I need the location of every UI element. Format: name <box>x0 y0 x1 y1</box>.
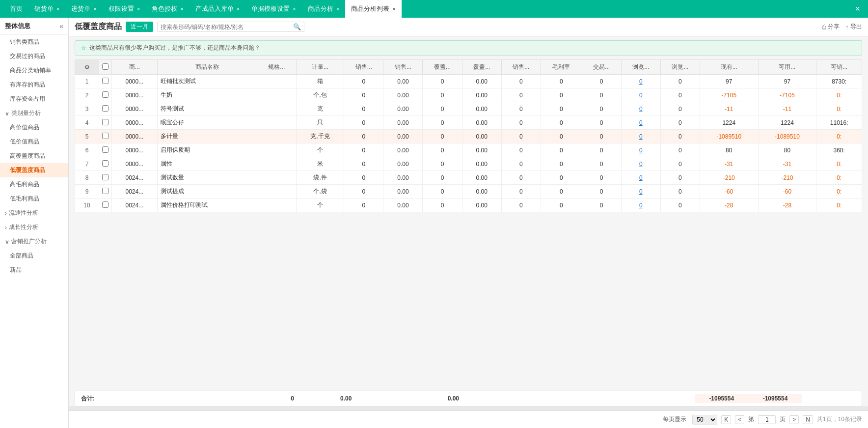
row-browse-link[interactable]: 0 <box>621 157 660 171</box>
sidebar: 整体信息 « 销售类商品 交易过的商品 商品分类动销率 有库存的商品 库存资金占… <box>0 18 69 428</box>
sidebar-item-category-rate[interactable]: 商品分类动销率 <box>0 63 68 78</box>
per-page-select[interactable]: 50 20 100 <box>692 415 717 425</box>
column-settings[interactable]: ⚙ <box>75 60 99 75</box>
close-icon[interactable]: × <box>137 6 140 12</box>
sidebar-item-low-margin[interactable]: 低毛利商品 <box>0 192 68 206</box>
row-unit: 个,包 <box>296 88 344 102</box>
footer-label: 合计: <box>81 395 95 403</box>
date-filter-button[interactable]: 近一月 <box>126 22 153 32</box>
row-browse-link[interactable]: 0 <box>621 143 660 157</box>
row-checkbox[interactable] <box>102 91 108 98</box>
nav-permissions[interactable]: 权限设置 × <box>103 0 146 18</box>
row-browse-link[interactable]: 0 <box>621 199 660 212</box>
row-name: 属性价格打印测试 <box>157 199 257 212</box>
last-page-button[interactable]: N <box>803 415 813 424</box>
close-icon[interactable]: × <box>237 6 240 12</box>
sidebar-item-stock-capital[interactable]: 库存资金占用 <box>0 92 68 106</box>
row-sales-amt: 0.00 <box>383 116 423 130</box>
row-num: 6 <box>75 143 99 157</box>
row-sales-order: 0 <box>501 157 541 171</box>
row-name: 属性 <box>157 157 257 171</box>
row-gross-rate: 0 <box>541 157 582 171</box>
first-page-button[interactable]: K <box>721 415 731 424</box>
nav-role-auth[interactable]: 角色授权 × <box>146 0 189 18</box>
row-cover-rate: 0.00 <box>462 102 501 116</box>
close-icon[interactable]: × <box>392 6 395 12</box>
row-checkbox[interactable] <box>102 133 108 139</box>
column-stock-avail: 可用... <box>758 60 816 75</box>
prev-page-button[interactable]: < <box>735 415 744 424</box>
header-actions: ⎙ 分享 ↑ 导出 <box>822 23 862 31</box>
row-checkbox[interactable] <box>102 146 108 153</box>
sidebar-item-stocked-goods[interactable]: 有库存的商品 <box>0 78 68 92</box>
sidebar-collapse-button[interactable]: « <box>59 22 63 30</box>
row-sales-amt: 0.00 <box>383 185 423 199</box>
row-checkbox[interactable] <box>102 105 108 112</box>
row-checkbox[interactable] <box>102 119 108 125</box>
nav-purchase-order[interactable]: 进货单 × <box>65 0 102 18</box>
next-page-button[interactable]: > <box>789 415 799 424</box>
search-icon: 🔍 <box>293 23 301 30</box>
row-cover-cnt: 0 <box>423 199 462 212</box>
nav-home[interactable]: 首页 <box>4 0 28 18</box>
sidebar-item-all-goods[interactable]: 全部商品 <box>0 249 68 263</box>
row-name: 测试数量 <box>157 171 257 185</box>
sidebar-group-growth[interactable]: › 成长性分析 <box>0 220 68 234</box>
row-gross-rate: 0 <box>541 143 582 157</box>
sidebar-item-low-coverage[interactable]: 低覆盖度商品 <box>0 163 68 177</box>
sidebar-group-circulation[interactable]: › 流通性分析 <box>0 206 68 220</box>
close-icon[interactable]: × <box>293 6 296 12</box>
nav-template-settings[interactable]: 单据模板设置 × <box>245 0 301 18</box>
page-input[interactable] <box>758 415 776 424</box>
row-cover-rate: 0.00 <box>462 185 501 199</box>
close-icon[interactable]: × <box>336 6 339 12</box>
export-button[interactable]: ↑ 导出 <box>845 23 862 31</box>
row-browse-link[interactable]: 0 <box>621 102 660 116</box>
row-unit: 只 <box>296 116 344 130</box>
nav-product-analysis[interactable]: 商品分析 × <box>302 0 345 18</box>
close-icon[interactable]: × <box>180 6 183 12</box>
sidebar-group-category-analysis[interactable]: ∨ 类别量分析 <box>0 106 68 120</box>
row-num: 3 <box>75 102 99 116</box>
row-browse-link[interactable]: 0 <box>621 130 660 143</box>
nav-product-warehouse[interactable]: 产成品入库单 × <box>190 0 245 18</box>
sidebar-item-high-value[interactable]: 高价值商品 <box>0 120 68 135</box>
row-sales-amt: 0.00 <box>383 102 423 116</box>
row-checkbox[interactable] <box>102 188 108 194</box>
row-browse-link[interactable]: 0 <box>621 116 660 130</box>
search-input[interactable] <box>161 24 293 30</box>
nav-sales-order[interactable]: 销货单 × <box>28 0 65 18</box>
sidebar-item-high-coverage[interactable]: 高覆盖度商品 <box>0 149 68 163</box>
row-browse-link[interactable]: 0 <box>621 75 660 88</box>
row-sales-qty: 0 <box>344 171 383 185</box>
close-icon[interactable]: × <box>93 6 96 12</box>
share-button[interactable]: ⎙ 分享 <box>822 23 840 31</box>
row-browse-link[interactable]: 0 <box>621 88 660 102</box>
sidebar-group-marketing[interactable]: ∨ 营销推广分析 <box>0 234 68 249</box>
nav-product-analysis-list[interactable]: 商品分析列表 × <box>345 0 401 18</box>
row-cover-rate: 0.00 <box>462 171 501 185</box>
scrollbar[interactable] <box>69 406 868 410</box>
sidebar-item-traded-goods[interactable]: 交易过的商品 <box>0 49 68 63</box>
row-browse-link[interactable]: 0 <box>621 185 660 199</box>
select-all-checkbox[interactable] <box>102 63 108 70</box>
sidebar-item-new-goods[interactable]: 新品 <box>0 263 68 277</box>
close-icon[interactable]: × <box>56 6 59 12</box>
row-checkbox[interactable] <box>102 160 108 167</box>
row-browse-link[interactable]: 0 <box>621 171 660 185</box>
row-checkbox[interactable] <box>102 174 108 180</box>
row-stock-sell: 0: <box>816 102 862 116</box>
row-checkbox[interactable] <box>102 201 108 208</box>
chevron-right-icon: › <box>5 210 7 217</box>
close-all-tabs[interactable]: × <box>851 4 864 14</box>
row-stock-cur: -28 <box>700 199 758 212</box>
sidebar-item-sales-goods[interactable]: 销售类商品 <box>0 35 68 49</box>
row-checkbox[interactable] <box>102 78 108 84</box>
row-trade-cnt: 0 <box>582 116 621 130</box>
row-cover-cnt: 0 <box>423 88 462 102</box>
data-table: ⚙ 商... 商品名称 规格... 计量... 销售... 销售... 覆盖..… <box>75 59 862 212</box>
sidebar-item-low-value[interactable]: 低价值商品 <box>0 135 68 149</box>
row-code: 0000... <box>112 116 158 130</box>
row-sales-order: 0 <box>501 185 541 199</box>
sidebar-item-high-margin[interactable]: 高毛利商品 <box>0 177 68 192</box>
